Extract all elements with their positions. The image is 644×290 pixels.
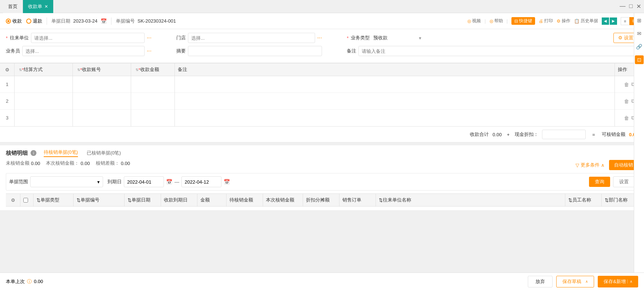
more-conditions-btn[interactable]: ▽ 更多条件 ∧ bbox=[576, 162, 605, 168]
row-3-amount[interactable] bbox=[131, 110, 175, 126]
done-tab[interactable]: 已核销单据(0笔) bbox=[87, 150, 121, 156]
refund-radio[interactable]: 退款 bbox=[26, 18, 42, 24]
receipt-radio[interactable]: 收款 bbox=[6, 18, 22, 24]
current-stat: 本次核销金额： 0.00 bbox=[46, 160, 90, 166]
draft-btn[interactable]: 保存草稿 ∧ bbox=[556, 276, 594, 287]
total-label: 收款合计 bbox=[470, 131, 489, 138]
select-all-checkbox[interactable] bbox=[23, 198, 28, 203]
filter-settings-btn[interactable]: 设置 bbox=[613, 176, 635, 187]
save-new-label: 保存&新增 bbox=[604, 278, 626, 285]
tab-home[interactable]: 首页 bbox=[3, 0, 23, 13]
summary-field: 摘要 bbox=[176, 46, 322, 56]
row-1-delete-icon[interactable]: 🗑 bbox=[624, 82, 629, 87]
range-select[interactable]: ▾ bbox=[30, 176, 103, 187]
row-2-amount[interactable] bbox=[131, 93, 175, 110]
row-2-remark-input[interactable] bbox=[176, 96, 613, 107]
staff-more-btn[interactable]: ··· bbox=[147, 48, 152, 54]
row-1-settle[interactable] bbox=[15, 76, 73, 93]
row-3-remark[interactable] bbox=[175, 110, 615, 126]
remark-field: 备注 bbox=[347, 46, 638, 56]
date-to-calendar-icon[interactable]: 📅 bbox=[224, 179, 230, 185]
draft-dropdown-icon[interactable]: ∧ bbox=[583, 279, 588, 283]
row-2-settle[interactable] bbox=[15, 93, 73, 110]
side-email-icon[interactable]: ✉ bbox=[635, 29, 644, 38]
print-action[interactable]: 🖨 打印 bbox=[539, 18, 553, 24]
tab-close-icon[interactable]: ✕ bbox=[44, 4, 48, 9]
side-attachment-icon[interactable]: 🔗 bbox=[635, 42, 644, 51]
biz-type-dropdown-icon[interactable]: ▾ bbox=[419, 35, 421, 41]
receipt-radio-label: 收款 bbox=[12, 18, 22, 24]
history-action[interactable]: 📋 历史单据 bbox=[574, 18, 598, 24]
table-header: ⚙ ⇅ * 结算方式 ⇅ * 收款账号 ⇅ * 收款金额 备注 操作 bbox=[0, 63, 644, 76]
save-new-dropdown-icon[interactable]: ∧ bbox=[627, 279, 632, 283]
discount-input[interactable] bbox=[542, 130, 586, 139]
sub-th-date-label: 单据日期 bbox=[131, 197, 150, 203]
nav-next-btn[interactable]: ▶ bbox=[610, 17, 617, 25]
row-1-settle-input[interactable] bbox=[16, 79, 71, 90]
video-action[interactable]: ◎ 视频 bbox=[467, 18, 481, 24]
side-table-icon[interactable]: ⊞ bbox=[635, 16, 644, 25]
summary-row: 收款合计 0.00 + 现金折扣： = 可核销金额 0.00 bbox=[0, 126, 644, 142]
partner-more-btn[interactable]: ··· bbox=[147, 35, 152, 41]
store-input[interactable] bbox=[188, 33, 315, 43]
date-value[interactable]: 2023-03-24 bbox=[73, 18, 98, 24]
staff-input[interactable] bbox=[22, 46, 145, 56]
date-label: 单据日期 bbox=[51, 18, 70, 24]
query-btn[interactable]: 查询 bbox=[589, 177, 610, 187]
row-1-remark-input[interactable] bbox=[176, 79, 613, 90]
row-1-amount[interactable] bbox=[131, 76, 175, 93]
pending-tab[interactable]: 待核销单据(0笔) bbox=[44, 149, 78, 157]
row-1-amount-input[interactable] bbox=[133, 79, 173, 90]
save-new-btn[interactable]: 保存&新增 ∧ bbox=[598, 276, 638, 287]
tab-receipt[interactable]: 收款单 ✕ bbox=[23, 0, 54, 13]
row-2-account[interactable] bbox=[73, 93, 131, 110]
filter-right: 查询 设置 bbox=[589, 176, 635, 187]
biz-type-label: 业务类型 bbox=[351, 35, 370, 41]
row-2-delete-icon[interactable]: 🗑 bbox=[624, 98, 629, 104]
side-expand-icon[interactable]: ⊡ bbox=[635, 55, 644, 64]
equals-sign: = bbox=[592, 132, 595, 137]
row-3-settle-input[interactable] bbox=[16, 113, 71, 124]
row-3-account-input[interactable] bbox=[74, 113, 129, 124]
ops-action[interactable]: ⚙ 操作 bbox=[557, 18, 570, 24]
date-calendar-icon[interactable]: 📅 bbox=[101, 18, 107, 24]
help-action[interactable]: ◎ 帮助 bbox=[490, 18, 503, 24]
row-1-account[interactable] bbox=[73, 76, 131, 93]
discount-label: 现金折扣： bbox=[515, 131, 538, 138]
summary-input[interactable] bbox=[188, 46, 322, 56]
store-more-btn[interactable]: ··· bbox=[317, 35, 322, 41]
remark-input[interactable] bbox=[358, 46, 638, 56]
close-btn[interactable]: ✕ bbox=[636, 3, 641, 10]
shortcut-action[interactable]: ⊟ 快捷键 bbox=[511, 17, 535, 25]
row-1-account-input[interactable] bbox=[74, 79, 129, 90]
sub-settings-icon[interactable]: ⚙ bbox=[6, 193, 20, 207]
table-settings-icon[interactable]: ⚙ bbox=[0, 63, 15, 76]
row-3-amount-input[interactable] bbox=[133, 113, 173, 124]
sub-th-date: ⇅ 单据日期 bbox=[125, 193, 161, 207]
bottom-info-icon[interactable]: ⓘ bbox=[27, 278, 32, 285]
row-3-delete-icon[interactable]: 🗑 bbox=[624, 115, 629, 121]
unchecked-label: 未核销金额 bbox=[6, 160, 30, 166]
row-2-settle-input[interactable] bbox=[16, 96, 71, 107]
sub-th-sales-label: 销售订单 bbox=[342, 197, 361, 203]
row-2-remark[interactable] bbox=[175, 93, 615, 110]
recon-info-icon[interactable]: i bbox=[31, 150, 36, 156]
date-to-input[interactable] bbox=[181, 176, 221, 187]
row-3-remark-input[interactable] bbox=[176, 113, 613, 124]
abandon-btn[interactable]: 放弃 bbox=[528, 276, 553, 287]
row-1-remark[interactable] bbox=[175, 76, 615, 93]
minimize-btn[interactable]: — bbox=[620, 3, 625, 10]
row-2-account-input[interactable] bbox=[74, 96, 129, 107]
sub-th-checkbox[interactable] bbox=[20, 193, 34, 207]
row-3-settle[interactable] bbox=[15, 110, 73, 126]
row-2-amount-input[interactable] bbox=[133, 96, 173, 107]
date-from-calendar-icon[interactable]: 📅 bbox=[166, 179, 172, 185]
maximize-btn[interactable]: □ bbox=[629, 3, 633, 10]
partner-input[interactable] bbox=[31, 33, 145, 43]
row-3-number: 3 bbox=[6, 115, 8, 121]
date-from-input[interactable] bbox=[124, 176, 164, 187]
number-value[interactable]: SK-20230324-001 bbox=[138, 18, 176, 24]
list-view-btn[interactable]: ≡ bbox=[621, 17, 629, 25]
nav-prev-btn[interactable]: ◀ bbox=[602, 17, 609, 25]
row-3-account[interactable] bbox=[73, 110, 131, 126]
